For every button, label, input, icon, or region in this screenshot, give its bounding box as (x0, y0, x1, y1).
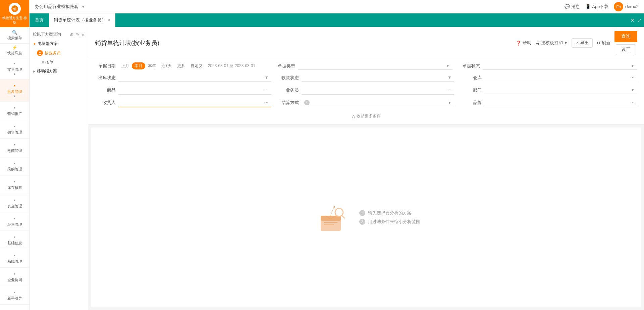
quick-nav[interactable]: ⚡ 快捷导航 (0, 44, 29, 57)
left-panel-icons: ⊕ ✎ « (70, 32, 85, 37)
left-panel: 按以下方案查询 ⊕ ✎ « ▼ 电脑端方案 按业务员 (30, 27, 88, 310)
phone-icon: 📱 (585, 4, 591, 9)
tip1-number: 1 (359, 210, 365, 216)
sidebar-nav-item-2[interactable]: ▪ 营销推广 (0, 102, 29, 120)
warehouse-label: 仓库 (461, 75, 484, 81)
collapse-row: ⋀ 收起更多条件 (95, 111, 637, 120)
mobile-group-title[interactable]: ▶ 移动端方案 (30, 67, 88, 76)
query-button[interactable]: 查询 (614, 31, 637, 42)
date-tab-more[interactable]: 更多 (174, 62, 188, 69)
nav-icon-12: ▪ (14, 290, 15, 295)
date-tab-this-year[interactable]: 本年 (145, 62, 159, 69)
sidebar-nav-item-3[interactable]: ▪ 销售管理 (0, 120, 29, 139)
sidebar-nav-item-6[interactable]: ▪ 库存核算 (0, 175, 29, 194)
tab-controls: ✕ ⤢ (628, 17, 644, 23)
pc-scheme-group: ▼ 电脑端方案 按业务员 ≡ 按单 (30, 39, 88, 67)
department-label: 部门 (461, 87, 484, 93)
settings-button[interactable]: 设置 (616, 44, 636, 55)
settlement-select[interactable]: × ▼ (302, 99, 454, 107)
app-download-label: App下载 (592, 4, 608, 10)
sidebar-nav-item-13[interactable]: ▪ 应用中心 (0, 305, 29, 310)
scheme-by-doc[interactable]: ≡ 按单 (30, 58, 88, 67)
search-icon: 🔍 (12, 30, 17, 35)
goods-dots[interactable]: ··· (264, 87, 268, 93)
brand-dots[interactable]: ··· (630, 100, 635, 106)
maximize-icon[interactable]: ⤢ (637, 17, 641, 23)
scheme-by-salesperson[interactable]: 按业务员 (30, 48, 88, 58)
mobile-scheme-group: ▶ 移动端方案 (30, 67, 88, 76)
warehouse-dots[interactable]: ··· (630, 74, 635, 81)
sidebar-nav-item-1[interactable]: ▪ 批发管理 ▲ (0, 80, 29, 102)
search-label: 搜索菜单 (7, 36, 22, 41)
date-tab-last-month[interactable]: 上月 (118, 62, 132, 69)
sidebar-nav-item-11[interactable]: ▪ 企业协同 (0, 268, 29, 286)
date-tab-7days[interactable]: 近7天 (159, 62, 174, 69)
refresh-btn[interactable]: ↺ 刷新 (597, 40, 610, 46)
close-window-icon[interactable]: ✕ (630, 17, 635, 23)
goods-input[interactable]: ··· (118, 86, 271, 95)
message-btn[interactable]: 💬 消息 (565, 4, 580, 10)
salesperson-input[interactable]: ··· (302, 86, 454, 95)
collapse-panel-icon[interactable]: « (82, 32, 85, 37)
collection-status-label: 收款状态 (278, 75, 302, 81)
out-status-select[interactable]: ▼ (118, 74, 271, 82)
add-scheme-icon[interactable]: ⊕ (70, 32, 74, 37)
logo-icon: 畅 (9, 3, 21, 15)
nav-icon-1: ▪ (14, 83, 15, 88)
help-icon: ❓ (516, 41, 521, 46)
date-tab-custom[interactable]: 自定义 (188, 62, 205, 69)
page-actions: ❓ 帮助 🖨 按模板打印 ▼ ↗ 导出 ↺ 刷新 (516, 31, 637, 55)
warehouse-input[interactable]: ··· (484, 73, 637, 82)
header-dropdown-icon[interactable]: ▼ (81, 4, 85, 9)
sidebar-search[interactable]: 🔍 搜索菜单 (0, 27, 29, 44)
sidebar-nav-item-4[interactable]: ▪ 电商管理 (0, 139, 29, 157)
settlement-clear-btn[interactable]: × (304, 100, 310, 105)
filter-row-1: 单据日期 上月 本月 本年 近7天 更多 自定义 2023-03-01 至 20… (95, 62, 637, 70)
sidebar-nav-item-12[interactable]: ▪ 新手引导 (0, 286, 29, 305)
sidebar-nav-item-8[interactable]: ▪ 经营管理 (0, 212, 29, 231)
department-select[interactable]: ▼ (484, 86, 637, 94)
app-download-btn[interactable]: 📱 App下载 (585, 4, 608, 10)
nav-icon-3: ▪ (14, 123, 15, 129)
export-btn[interactable]: ↗ 导出 (572, 38, 593, 48)
brand-input[interactable]: ··· (484, 98, 637, 107)
edit-scheme-icon[interactable]: ✎ (76, 32, 80, 37)
collapse-btn[interactable]: ⋀ 收起更多条件 (352, 113, 381, 119)
sidebar-nav-item-9[interactable]: ▪ 基础信息 (0, 231, 29, 249)
export-icon: ↗ (575, 41, 579, 46)
doc-status-select[interactable]: ▼ (483, 62, 637, 70)
tab-sales-stats[interactable]: 销货单统计表（按业务员） × (49, 13, 115, 27)
nav-icon-4: ▪ (14, 142, 15, 147)
pc-group-title[interactable]: ▼ 电脑端方案 (30, 39, 88, 48)
help-btn[interactable]: ❓ 帮助 (516, 40, 531, 46)
brand-label: 品牌 (461, 100, 484, 106)
user-area[interactable]: Ea demo2 (614, 2, 639, 11)
empty-inner: 1 请先选择要分析的方案 2 用过滤条件来缩小分析范围 (312, 201, 420, 234)
sidebar-nav-item-10[interactable]: ▪ 系统管理 (0, 249, 29, 268)
scheme-label: 按业务员 (45, 50, 61, 56)
department-chevron: ▼ (631, 88, 635, 92)
date-tabs: 上月 本月 本年 近7天 更多 自定义 2023-03-01 至 2023-03… (118, 62, 268, 69)
doc-type-select[interactable]: ▼ (298, 62, 452, 70)
recipient-input[interactable]: ··· (118, 98, 271, 107)
sidebar-nav-item-5[interactable]: ▪ 采购管理 (0, 157, 29, 175)
date-tab-this-month[interactable]: 本月 (132, 62, 145, 69)
svg-text:畅: 畅 (13, 7, 16, 11)
salesperson-dots[interactable]: ··· (447, 87, 451, 93)
tab-home[interactable]: 首页 (30, 13, 49, 27)
mobile-expand-icon: ▶ (33, 69, 36, 73)
sidebar-nav-item-7[interactable]: ▪ 资金管理 (0, 194, 29, 212)
recipient-dots[interactable]: ··· (264, 99, 268, 105)
tip2-text: 用过滤条件来缩小分析范围 (368, 219, 420, 225)
filter-row-4: 收货人 ··· 结算方式 × ▼ 品牌 ··· (95, 98, 637, 107)
refresh-label: 刷新 (602, 40, 610, 46)
sidebar-nav-item-0[interactable]: ▪ 零售管理 ▲ (0, 57, 29, 80)
left-panel-header: 按以下方案查询 ⊕ ✎ « (30, 30, 88, 39)
tab-close-icon[interactable]: × (108, 18, 110, 22)
template-print-btn[interactable]: 🖨 按模板打印 ▼ (535, 40, 568, 46)
tab-bar: 首页 销货单统计表（按业务员） × ✕ ⤢ (30, 13, 644, 27)
sidebar-nav-list: ▪ 零售管理 ▲▪ 批发管理 ▲▪ 营销推广 ▪ 销售管理 ▪ 电商管理 ▪ 采… (0, 57, 29, 310)
sidebar-logo[interactable]: 畅 畅捷通好生意 标版 (0, 0, 29, 27)
collection-status-select[interactable]: ▼ (302, 74, 454, 82)
refresh-icon: ↺ (597, 41, 600, 46)
